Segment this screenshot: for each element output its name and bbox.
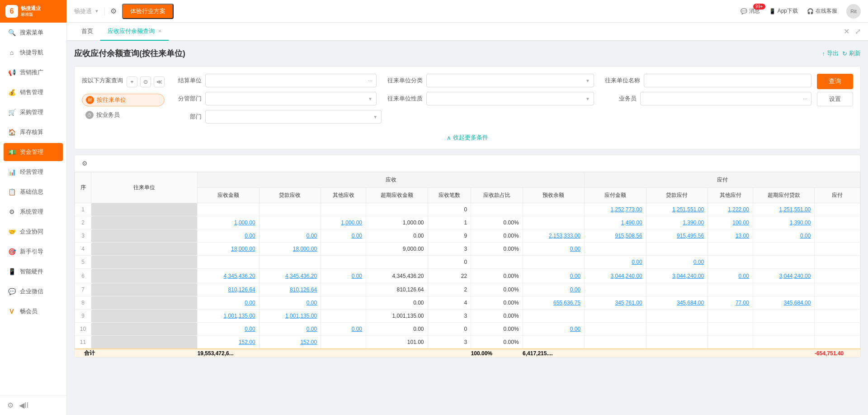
table-cell[interactable]: 0.00 bbox=[708, 269, 753, 283]
table-cell[interactable] bbox=[708, 283, 753, 296]
table-cell[interactable]: 0.00 bbox=[523, 243, 585, 256]
table-cell[interactable]: 1,251,551.00 bbox=[753, 203, 815, 216]
table-cell[interactable]: 0.00 bbox=[198, 323, 259, 336]
table-cell[interactable]: 1,252,773.00 bbox=[585, 203, 646, 216]
table-cell[interactable] bbox=[753, 310, 815, 323]
field-input-partner-type[interactable]: ▼ bbox=[426, 74, 594, 87]
sidebar-item-finance[interactable]: 💵 资金管理 bbox=[4, 143, 63, 161]
field-input-partner-nature[interactable]: ▼ bbox=[426, 92, 594, 105]
table-cell[interactable]: 0.00 bbox=[523, 283, 585, 296]
table-cell[interactable] bbox=[321, 283, 366, 296]
export-button[interactable]: ↑ 导出 bbox=[822, 49, 839, 57]
table-cell[interactable] bbox=[585, 310, 646, 323]
table-cell[interactable]: 0.00 bbox=[753, 229, 815, 243]
table-cell[interactable] bbox=[708, 323, 753, 336]
table-cell[interactable]: 655,636.75 bbox=[523, 296, 585, 310]
query-button[interactable]: 查询 bbox=[817, 74, 853, 89]
table-cell[interactable] bbox=[259, 216, 321, 229]
table-cell[interactable]: 0.00 bbox=[259, 296, 321, 310]
table-cell[interactable] bbox=[321, 203, 366, 216]
table-cell[interactable]: 810,126.64 bbox=[198, 283, 259, 296]
table-cell[interactable] bbox=[259, 256, 321, 269]
table-cell[interactable]: 1,222.00 bbox=[708, 203, 753, 216]
table-cell[interactable] bbox=[523, 336, 585, 349]
table-cell[interactable]: 810,126.64 bbox=[259, 283, 321, 296]
table-cell[interactable] bbox=[753, 283, 815, 296]
tab-home[interactable]: 首页 bbox=[74, 23, 100, 41]
sidebar-item-basic[interactable]: 📋 基础信息 bbox=[0, 182, 66, 202]
table-cell[interactable] bbox=[523, 256, 585, 269]
table-cell[interactable] bbox=[321, 336, 366, 349]
sidebar-item-purchase[interactable]: 🛒 采购管理 bbox=[0, 102, 66, 122]
table-cell[interactable] bbox=[646, 283, 708, 296]
field-input-partner-name[interactable] bbox=[644, 74, 811, 87]
table-cell[interactable] bbox=[708, 310, 753, 323]
sidebar-item-system[interactable]: ⚙ 系统管理 bbox=[0, 202, 66, 222]
topbar-messages[interactable]: 💬 消息 99+ bbox=[741, 7, 760, 15]
table-cell[interactable]: 915,508.56 bbox=[585, 229, 646, 243]
table-cell[interactable] bbox=[708, 336, 753, 349]
filter-option-partner[interactable]: 财 按往来单位 bbox=[82, 94, 165, 106]
table-cell[interactable]: 0.00 bbox=[259, 323, 321, 336]
table-cell[interactable]: 13.00 bbox=[708, 229, 753, 243]
table-cell[interactable] bbox=[708, 243, 753, 256]
field-input-dept[interactable]: ▼ bbox=[205, 92, 377, 105]
sidebar-item-member[interactable]: V 畅会员 bbox=[0, 301, 66, 321]
filter-target-btn[interactable]: ⊙ bbox=[140, 76, 151, 87]
table-cell[interactable] bbox=[321, 310, 366, 323]
table-cell[interactable]: 4,345,436.20 bbox=[259, 269, 321, 283]
table-cell[interactable]: 3,044,240.00 bbox=[753, 269, 815, 283]
table-cell[interactable] bbox=[646, 336, 708, 349]
table-cell[interactable] bbox=[585, 323, 646, 336]
table-cell[interactable] bbox=[753, 323, 815, 336]
table-cell[interactable]: 345,684.00 bbox=[646, 296, 708, 310]
table-cell[interactable]: 0.00 bbox=[321, 269, 366, 283]
table-cell[interactable]: 1,251,551.00 bbox=[646, 203, 708, 216]
field-input-salesman[interactable]: ··· bbox=[640, 92, 811, 105]
sidebar-item-guide[interactable]: 🎯 新手引导 bbox=[0, 242, 66, 262]
table-cell[interactable]: 152.00 bbox=[259, 336, 321, 349]
table-cell[interactable]: 3,044,240.00 bbox=[646, 269, 708, 283]
table-cell[interactable] bbox=[646, 323, 708, 336]
filter-prev-btn[interactable]: ≪ bbox=[154, 76, 165, 87]
table-cell[interactable] bbox=[259, 203, 321, 216]
table-cell[interactable]: 0.00 bbox=[198, 296, 259, 310]
table-cell[interactable] bbox=[646, 243, 708, 256]
table-cell[interactable]: 18,000.00 bbox=[198, 243, 259, 256]
sidebar-item-search[interactable]: 🔍 搜索菜单 bbox=[0, 23, 66, 43]
table-cell[interactable] bbox=[321, 243, 366, 256]
window-expand-icon[interactable]: ⤢ bbox=[855, 27, 861, 36]
topbar-app-download[interactable]: 📱 App下载 bbox=[769, 7, 798, 15]
table-cell[interactable]: 915,495.56 bbox=[646, 229, 708, 243]
table-cell[interactable] bbox=[753, 256, 815, 269]
table-cell[interactable]: 100.00 bbox=[708, 216, 753, 229]
table-cell[interactable] bbox=[708, 256, 753, 269]
table-cell[interactable] bbox=[523, 216, 585, 229]
table-cell[interactable] bbox=[198, 256, 259, 269]
table-cell[interactable]: 0.00 bbox=[259, 229, 321, 243]
table-cell[interactable]: 1,390.00 bbox=[753, 216, 815, 229]
table-cell[interactable] bbox=[523, 310, 585, 323]
table-cell[interactable] bbox=[321, 256, 366, 269]
table-cell[interactable]: 1,490.00 bbox=[585, 216, 646, 229]
sidebar-item-quick[interactable]: ⌂ 快捷导航 bbox=[0, 43, 66, 62]
table-cell[interactable] bbox=[198, 203, 259, 216]
table-cell[interactable]: 345,684.00 bbox=[753, 296, 815, 310]
settings-button[interactable]: 设置 bbox=[817, 92, 853, 106]
filter-add-btn[interactable]: + bbox=[127, 76, 137, 87]
tab-ar-query[interactable]: 应收应付余额查询 × bbox=[100, 23, 169, 41]
table-cell[interactable]: 1,000.00 bbox=[198, 216, 259, 229]
sidebar-item-operation[interactable]: 📊 经营管理 bbox=[0, 162, 66, 182]
refresh-button[interactable]: ↻ 刷新 bbox=[842, 49, 861, 57]
table-cell[interactable] bbox=[753, 243, 815, 256]
table-cell[interactable]: 0.00 bbox=[321, 229, 366, 243]
table-cell[interactable]: 1,001,135.00 bbox=[259, 310, 321, 323]
table-cell[interactable] bbox=[753, 336, 815, 349]
sidebar-item-inventory[interactable]: 🏠 库存核算 bbox=[0, 122, 66, 142]
table-cell[interactable] bbox=[585, 283, 646, 296]
topbar-online-service[interactable]: 🎧 在线客服 bbox=[807, 7, 837, 15]
user-avatar[interactable]: Rit bbox=[846, 4, 861, 19]
collapse-icon[interactable]: ◀II bbox=[19, 401, 28, 410]
table-cell[interactable]: 18,000.00 bbox=[259, 243, 321, 256]
table-cell[interactable] bbox=[321, 296, 366, 310]
